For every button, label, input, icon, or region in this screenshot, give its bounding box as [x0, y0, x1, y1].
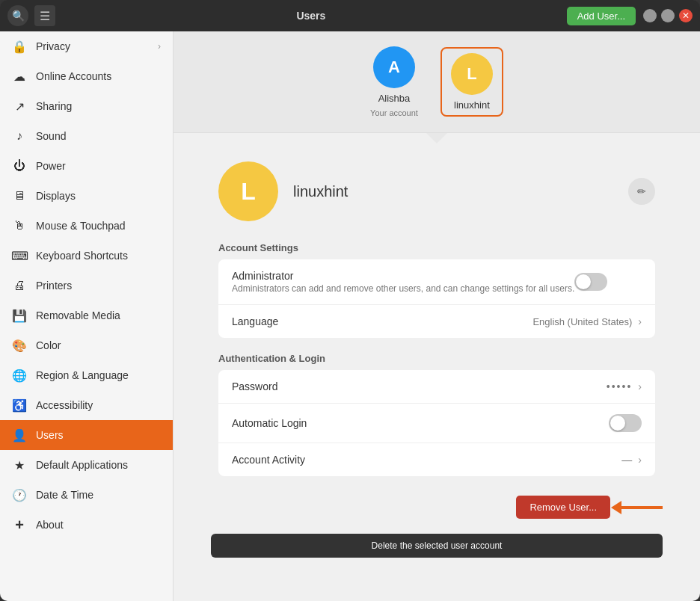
avatar-linuxhint: L — [451, 53, 493, 95]
account-activity-dash: — — [621, 454, 632, 466]
sidebar-label-power: Power — [36, 160, 161, 172]
toggle-knob — [576, 274, 591, 289]
sidebar-item-about[interactable]: + About — [0, 510, 173, 540]
sidebar-item-sound[interactable]: ♪ Sound — [0, 121, 173, 151]
sidebar-item-online-accounts[interactable]: ☁ Online Accounts — [0, 61, 173, 91]
arrow-line — [621, 506, 663, 509]
language-value: English (United States) — [532, 316, 632, 327]
sidebar-label-privacy: Privacy — [36, 40, 149, 52]
menu-button[interactable]: ☰ — [34, 5, 55, 26]
password-row[interactable]: Password ••••• › — [218, 370, 655, 404]
administrator-label: Administrator — [232, 270, 574, 282]
sidebar-item-mouse-touchpad[interactable]: 🖱 Mouse & Touchpad — [0, 211, 173, 241]
language-chevron: › — [638, 315, 642, 327]
user-card-alishba[interactable]: A Alishba Your account — [370, 46, 418, 117]
about-icon: + — [12, 517, 27, 532]
user-card-linuxhint[interactable]: L linuxhint — [440, 47, 503, 117]
accessibility-icon: ♿ — [12, 398, 27, 413]
displays-icon: 🖥 — [12, 188, 27, 203]
sidebar-label-online-accounts: Online Accounts — [36, 70, 161, 82]
sidebar-label-accessibility: Accessibility — [36, 399, 161, 411]
content-area: A Alishba Your account L linuxhint — [174, 31, 700, 601]
pointer-triangle — [426, 133, 447, 144]
sidebar-item-sharing[interactable]: ↗ Sharing — [0, 91, 173, 121]
user-detail: L linuxhint ✏ Account Settings Administr… — [174, 144, 700, 583]
profile-name: linuxhint — [293, 183, 348, 200]
password-dots: ••••• — [607, 380, 633, 392]
auto-login-toggle[interactable] — [609, 414, 642, 432]
region-icon: 🌐 — [12, 368, 27, 383]
user-selector: A Alishba Your account L linuxhint — [174, 31, 700, 133]
sidebar-item-region-language[interactable]: 🌐 Region & Language — [0, 360, 173, 390]
sidebar-item-default-applications[interactable]: ★ Default Applications — [0, 450, 173, 480]
account-activity-label: Account Activity — [232, 454, 621, 466]
user-sub-alishba: Your account — [370, 108, 418, 117]
sidebar-label-keyboard: Keyboard Shortcuts — [36, 250, 161, 262]
profile-avatar: L — [218, 161, 278, 221]
sidebar-item-accessibility[interactable]: ♿ Accessibility — [0, 390, 173, 420]
settings-window: 🔍 ☰ Users Add User... — □ ✕ 🔒 Privacy › … — [0, 0, 700, 601]
auto-login-row: Automatic Login — [218, 404, 655, 443]
sound-icon: ♪ — [12, 129, 27, 144]
administrator-toggle[interactable] — [574, 273, 607, 291]
arrow-indicator — [611, 501, 663, 514]
window-controls: — □ ✕ — [643, 9, 693, 22]
sidebar-item-privacy[interactable]: 🔒 Privacy › — [0, 31, 173, 61]
account-activity-chevron: › — [638, 454, 642, 466]
sidebar-label-removable-media: Removable Media — [36, 309, 161, 321]
auto-login-toggle-knob — [610, 416, 625, 431]
sidebar-label-mouse: Mouse & Touchpad — [36, 220, 161, 232]
account-activity-row[interactable]: Account Activity — › — [218, 443, 655, 476]
privacy-icon: 🔒 — [12, 39, 27, 54]
sidebar-item-date-time[interactable]: 🕐 Date & Time — [0, 480, 173, 510]
auto-login-label: Automatic Login — [232, 417, 609, 429]
sidebar-item-displays[interactable]: 🖥 Displays — [0, 181, 173, 211]
sidebar-label-users: Users — [36, 429, 161, 441]
sidebar-item-users[interactable]: 👤 Users — [0, 420, 173, 450]
hamburger-icon: ☰ — [40, 9, 50, 23]
mouse-icon: 🖱 — [12, 218, 27, 233]
window-title: Users — [55, 10, 567, 22]
administrator-label-group: Administrator Administrators can add and… — [232, 270, 574, 294]
sidebar-label-sound: Sound — [36, 130, 161, 142]
minimize-button[interactable]: — — [643, 9, 657, 22]
power-icon: ⏻ — [12, 158, 27, 173]
sidebar-label-default-apps: Default Applications — [36, 459, 161, 471]
remove-user-button[interactable]: Remove User... — [516, 496, 610, 519]
administrator-sublabel: Administrators can add and remove other … — [232, 283, 574, 294]
pointer-container — [174, 133, 700, 144]
edit-profile-button[interactable]: ✏ — [628, 178, 655, 205]
sidebar: 🔒 Privacy › ☁ Online Accounts ↗ Sharing … — [0, 31, 174, 601]
username-alishba: Alishba — [378, 93, 411, 104]
auth-login-card: Password ••••• › Automatic Login Account… — [218, 370, 655, 476]
removable-media-icon: 💾 — [12, 308, 27, 323]
sidebar-item-power[interactable]: ⏻ Power — [0, 151, 173, 181]
sidebar-item-color[interactable]: 🎨 Color — [0, 330, 173, 360]
sidebar-label-color: Color — [36, 339, 161, 351]
add-user-button[interactable]: Add User... — [567, 7, 636, 25]
bottom-actions: Remove User... — [218, 488, 655, 534]
sidebar-item-keyboard-shortcuts[interactable]: ⌨ Keyboard Shortcuts — [0, 241, 173, 271]
language-row[interactable]: Language English (United States) › — [218, 305, 655, 338]
online-accounts-icon: ☁ — [12, 69, 27, 84]
sidebar-item-removable-media[interactable]: 💾 Removable Media — [0, 300, 173, 330]
users-icon: 👤 — [12, 428, 27, 443]
close-button[interactable]: ✕ — [679, 9, 693, 22]
printers-icon: 🖨 — [12, 278, 27, 293]
maximize-button[interactable]: □ — [661, 9, 675, 22]
profile-header: L linuxhint ✏ — [218, 161, 655, 221]
password-label: Password — [232, 380, 607, 392]
sidebar-label-region: Region & Language — [36, 369, 161, 381]
sidebar-label-displays: Displays — [36, 190, 161, 202]
tooltip: Delete the selected user account — [211, 534, 663, 558]
sidebar-label-datetime: Date & Time — [36, 489, 161, 501]
color-icon: 🎨 — [12, 338, 27, 353]
sidebar-label-printers: Printers — [36, 280, 161, 292]
edit-icon: ✏ — [637, 185, 646, 197]
account-settings-card: Administrator Administrators can add and… — [218, 259, 655, 338]
password-chevron: › — [638, 380, 642, 392]
default-apps-icon: ★ — [12, 457, 27, 472]
sidebar-item-printers[interactable]: 🖨 Printers — [0, 271, 173, 300]
search-button[interactable]: 🔍 — [7, 5, 28, 26]
arrow-container: Remove User... — [516, 496, 610, 519]
